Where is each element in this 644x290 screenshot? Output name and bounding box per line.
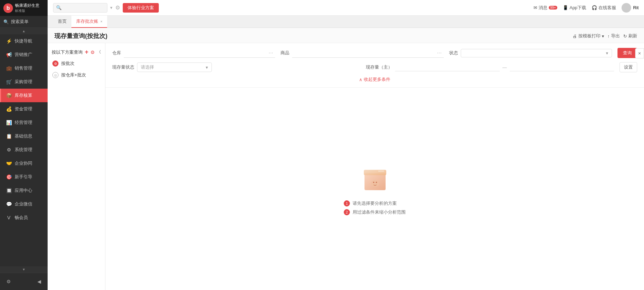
collapse-filter-button[interactable]: ∧ 收起更多条件 [359, 76, 390, 83]
avatar [622, 3, 631, 13]
nav-label-inventory: 库存核算 [15, 92, 32, 98]
solution-item-by-batch[interactable]: ⚙ 按批次 [48, 58, 105, 69]
topbar-search-icon: 🔍 [56, 5, 62, 10]
sidebar-scroll-up[interactable]: ▲ [0, 28, 48, 34]
nav-icon-enterprise: 🤝 [6, 160, 12, 166]
status-select[interactable]: ▾ [461, 49, 612, 57]
sidebar-settings-button[interactable]: ⚙ [3, 276, 14, 287]
online-support-button[interactable]: 🎧 在线客服 [592, 5, 616, 11]
topbar-search-box[interactable]: 🔍 [53, 3, 107, 13]
stock-main-to[interactable] [510, 63, 614, 71]
main-area: 🔍 ▾ ⚙ 体验行业方案 ✉ 消息 99+ 📱 App下载 🎧 在线客服 [48, 0, 644, 290]
tab-home[interactable]: 首页 [53, 16, 71, 28]
sidebar-item-member[interactable]: V 畅会员 [0, 211, 48, 224]
solution-item-label-by-batch: 按批次 [61, 60, 74, 67]
filter-area: 仓库 ··· 商品 ··· [105, 43, 644, 88]
nav-icon-sales: 💼 [6, 65, 12, 71]
status-dropdown-icon: ▾ [606, 51, 608, 56]
stock-main-from[interactable] [395, 63, 500, 71]
sidebar-item-basic[interactable]: 📋 基础信息 [0, 129, 48, 143]
username: Rit [633, 5, 639, 10]
tab-close-inventory-batch[interactable]: × [100, 19, 102, 23]
refresh-button[interactable]: ↻ 刷新 [623, 33, 637, 39]
empty-state: 1 请先选择要分析的方案 2 用过滤条件来缩小分析范围 [105, 88, 644, 290]
messages-label: 消息 [539, 5, 547, 11]
svg-point-2 [371, 180, 379, 187]
sidebar-scroll-down[interactable]: ▼ [0, 266, 48, 273]
scroll-up-icon: ▲ [22, 29, 26, 33]
settings-button[interactable]: 设置 [620, 62, 637, 72]
empty-tip-2: 2 用过滤条件来缩小分析范围 [344, 209, 406, 215]
warehouse-field: 仓库 ··· [112, 49, 275, 58]
nav-label-appstore: 应用中心 [15, 187, 32, 194]
nav-icon-purchase: 🛒 [6, 79, 12, 85]
nav-label-quick-nav: 快捷导航 [15, 38, 32, 44]
sidebar-item-operation[interactable]: 📊 经营管理 [0, 116, 48, 129]
user-avatar-area[interactable]: Rit [622, 3, 639, 13]
collapse-icon: ◀ [37, 279, 41, 284]
sidebar-item-marketing[interactable]: 📢 营销推广 [0, 48, 48, 61]
warehouse-dots[interactable]: ··· [269, 50, 273, 56]
sidebar-item-enterprise[interactable]: 🤝 企业协同 [0, 157, 48, 170]
sidebar-item-inventory[interactable]: 📦 库存核算 [0, 89, 48, 102]
sidebar-item-sales[interactable]: 💼 销售管理 [0, 61, 48, 75]
tab-inventory-batch[interactable]: 库存批次账× [71, 16, 107, 28]
scroll-down-icon: ▼ [22, 268, 26, 271]
nav-icon-finance: 💰 [6, 106, 12, 112]
product-dots[interactable]: ··· [437, 50, 441, 56]
collapse-panel-button[interactable]: 《 [97, 49, 101, 55]
export-icon: ↑ [608, 34, 610, 39]
solution-settings-button[interactable]: ⚙ [90, 50, 95, 55]
sidebar-header: b 畅康通好生意 标准版 [0, 0, 48, 16]
app-download-button[interactable]: 📱 App下载 [563, 5, 586, 11]
sidebar-item-appstore[interactable]: 🔲 应用中心 [0, 184, 48, 197]
topbar-dropdown-icon[interactable]: ▾ [110, 5, 113, 10]
sidebar-item-quick-nav[interactable]: ⚡ 快捷导航 [0, 34, 48, 48]
print-template-label: 按模板打印 [578, 33, 600, 39]
solution-item-by-warehouse-batch[interactable]: ◎ 按仓库+批次 [48, 69, 105, 81]
topbar-left: 🔍 ▾ ⚙ 体验行业方案 [53, 3, 530, 13]
export-button[interactable]: ↑ 导出 [608, 33, 620, 39]
app-logo: b [3, 3, 13, 13]
experience-btn[interactable]: 体验行业方案 [123, 3, 159, 13]
stock-status-select[interactable]: 请选择 ▾ [137, 62, 212, 72]
sidebar-search[interactable]: 🔍 搜索菜单 [0, 16, 48, 28]
nav-icon-marketing: 📢 [6, 52, 12, 58]
sidebar-item-system[interactable]: ⚙ 系统管理 [0, 143, 48, 157]
query-button[interactable]: 查询 [617, 48, 637, 58]
sidebar-item-guide[interactable]: 🎯 新手引导 [0, 170, 48, 184]
filter-row-1: 仓库 ··· 商品 ··· [112, 48, 637, 58]
solution-item-icon-by-warehouse-batch: ◎ [52, 72, 58, 78]
add-solution-button[interactable]: + [85, 49, 88, 56]
topbar-search-input[interactable] [63, 5, 104, 10]
print-icon: 🖨 [573, 34, 577, 39]
print-template-button[interactable]: 🖨 按模板打印 ▾ [573, 33, 604, 39]
product-input[interactable]: ··· [292, 49, 443, 58]
content-wrapper: 现存量查询(按批次) 🖨 按模板打印 ▾ ↑ 导出 ↻ 刷新 [48, 28, 644, 290]
stock-status-placeholder: 请选择 [141, 64, 154, 70]
solution-item-label-by-warehouse-batch: 按仓库+批次 [61, 72, 86, 78]
solution-item-icon-by-batch: ⚙ [52, 60, 58, 67]
refresh-icon: ↻ [623, 34, 627, 39]
stock-main-range: — [395, 63, 614, 71]
warehouse-label: 仓库 [112, 50, 121, 56]
stock-main-sep: — [503, 65, 507, 70]
nav-label-basic: 基础信息 [15, 133, 32, 139]
tip2-num: 2 [344, 209, 350, 215]
stock-main-label: 现存量（主） [366, 64, 392, 70]
left-panel-title: 按以下方案查询 [52, 49, 83, 55]
sidebar-item-finance[interactable]: 💰 资金管理 [0, 102, 48, 116]
headset-icon: 🎧 [592, 5, 597, 10]
messages-button[interactable]: ✉ 消息 99+ [533, 5, 557, 11]
warehouse-input[interactable]: ··· [124, 49, 275, 58]
nav-icon-operation: 📊 [6, 120, 12, 126]
sidebar-item-wechat[interactable]: 💬 企业微信 [0, 197, 48, 211]
panel-close-button[interactable]: × [635, 48, 644, 58]
left-panel-actions: + ⚙ 《 [85, 49, 101, 56]
topbar-settings-icon[interactable]: ⚙ [115, 4, 120, 11]
message-icon: ✉ [533, 5, 537, 10]
sidebar-item-purchase[interactable]: 🛒 采购管理 [0, 75, 48, 89]
sidebar-collapse-button[interactable]: ◀ [34, 276, 44, 287]
sidebar-footer: ⚙ ◀ [0, 273, 48, 290]
refresh-label: 刷新 [628, 33, 637, 39]
